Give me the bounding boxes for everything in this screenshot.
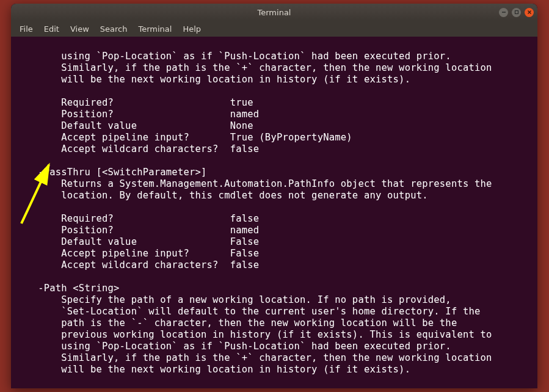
close-icon	[527, 10, 532, 15]
menubar: File Edit View Search Terminal Help	[11, 21, 537, 37]
svg-rect-1	[515, 11, 518, 14]
menu-view[interactable]: View	[65, 23, 94, 35]
output-line: Required? false	[15, 387, 259, 388]
menu-file[interactable]: File	[15, 23, 38, 35]
output-line: Similarly, if the path is the `+` charac…	[15, 62, 492, 73]
output-line: will be the next working location in his…	[15, 74, 410, 85]
window-title: Terminal	[258, 8, 291, 17]
output-line: previous working location in history (if…	[15, 329, 492, 340]
output-line: Accept wildcard characters? false	[15, 260, 259, 270]
menu-help[interactable]: Help	[178, 23, 206, 35]
window-controls	[499, 8, 534, 17]
output-line: Position? named	[15, 109, 259, 120]
output-line: Accept wildcard characters? false	[15, 143, 259, 154]
titlebar: Terminal	[11, 4, 537, 21]
output-line: `Set-Location` will default to the curre…	[15, 306, 481, 317]
output-line: Similarly, if the path is the `+` charac…	[15, 352, 492, 363]
output-line: path is the `-` character, then the new …	[15, 318, 457, 328]
output-line: using `Pop-Location` as if `Push-Locatio…	[15, 341, 451, 352]
output-line: Default value None	[15, 120, 253, 131]
output-line: -PassThru [<SwitchParameter>]	[15, 167, 207, 178]
output-line: Specify the path of a new working locati…	[15, 294, 451, 305]
output-line: -Path <String>	[15, 283, 120, 294]
output-line: using `Pop-Location` as if `Push-Locatio…	[15, 51, 451, 62]
minimize-button[interactable]	[499, 8, 508, 17]
output-line: location. By default, this cmdlet does n…	[15, 190, 428, 201]
output-line: Required? true	[15, 97, 253, 108]
output-line: Position? named	[15, 225, 259, 236]
output-line: Returns a System.Management.Automation.P…	[15, 178, 492, 189]
menu-edit[interactable]: Edit	[39, 23, 64, 35]
close-button[interactable]	[525, 8, 534, 17]
output-line: Accept pipeline input? False	[15, 248, 259, 259]
output-line: will be the next working location in his…	[15, 364, 410, 375]
output-line: Accept pipeline input? True (ByPropertyN…	[15, 132, 352, 143]
output-line: Default value False	[15, 236, 259, 247]
terminal-window: Terminal File Edit View Search Terminal …	[11, 4, 537, 388]
minimize-icon	[501, 10, 506, 15]
menu-terminal[interactable]: Terminal	[133, 23, 176, 35]
terminal-output[interactable]: using `Pop-Location` as if `Push-Locatio…	[11, 37, 537, 388]
output-line: Required? false	[15, 213, 259, 224]
maximize-icon	[514, 10, 519, 15]
maximize-button[interactable]	[512, 8, 521, 17]
menu-search[interactable]: Search	[95, 23, 133, 35]
